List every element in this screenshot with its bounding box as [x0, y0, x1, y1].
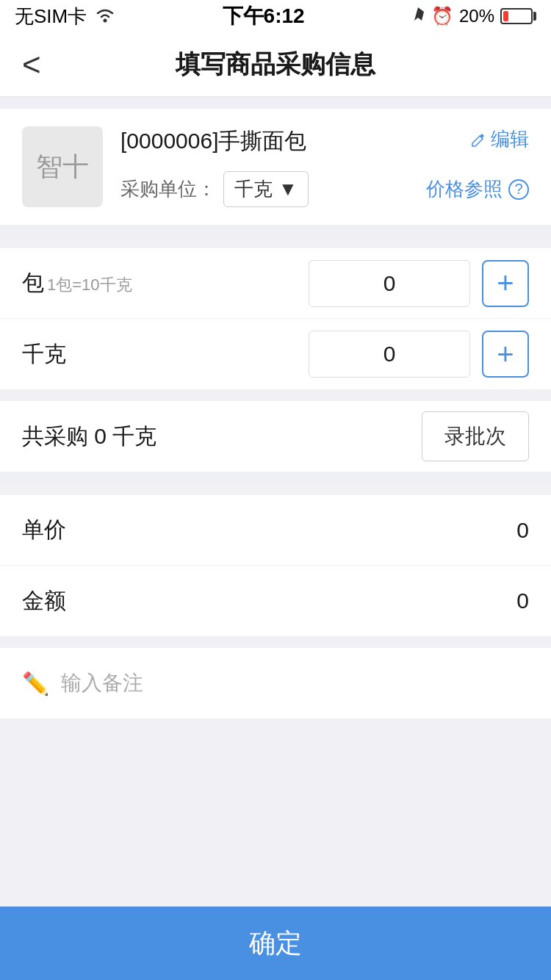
- edit-button[interactable]: 编辑: [470, 126, 529, 152]
- status-bar: 无SIM卡 下午6:12 ⏰ 20%: [0, 0, 551, 32]
- edit-label: 编辑: [491, 126, 529, 152]
- page-title: 填写商品采购信息: [176, 48, 375, 82]
- confirm-button[interactable]: 确定: [0, 907, 551, 980]
- confirm-label: 确定: [249, 926, 302, 962]
- unit-price-row: 单价 0: [0, 495, 551, 566]
- wifi-icon: [94, 5, 116, 28]
- summary-row: 共采购 0 千克 录批次: [0, 401, 551, 472]
- product-image-placeholder: 智十: [36, 151, 89, 182]
- product-card: 智十 [0000006]手撕面包 编辑 采购单位： 千克 ▼: [0, 109, 551, 225]
- battery-percent: 20%: [459, 6, 494, 26]
- price-section: 单价 0 金额 0: [0, 495, 551, 636]
- kg-plus-button[interactable]: +: [482, 331, 529, 378]
- amount-label: 金额: [22, 586, 66, 616]
- kg-input-row: 千克 0 +: [0, 319, 551, 389]
- notes-placeholder: 输入备注: [61, 669, 143, 697]
- status-right: ⏰ 20%: [411, 6, 536, 26]
- dropdown-arrow-icon: ▼: [278, 178, 298, 201]
- unit-label: 采购单位：: [120, 176, 216, 202]
- edit-icon: [470, 131, 486, 148]
- amount-row: 金额 0: [0, 566, 551, 636]
- package-input-row: 包1包=10千克 0 +: [0, 248, 551, 319]
- price-ref-label: 价格参照: [426, 176, 503, 202]
- unit-select[interactable]: 千克 ▼: [223, 171, 309, 207]
- unit-value: 千克: [234, 176, 273, 202]
- top-divider: [0, 97, 551, 109]
- product-image: 智十: [22, 126, 103, 207]
- status-time: 下午6:12: [223, 2, 305, 30]
- alarm-icon: ⏰: [431, 6, 453, 26]
- quantity-input-section: 包1包=10千克 0 + 千克 0 +: [0, 248, 551, 389]
- price-reference-button[interactable]: 价格参照 ?: [426, 176, 529, 202]
- pencil-icon: ✏️: [22, 671, 49, 696]
- notes-section[interactable]: ✏️ 输入备注: [0, 648, 551, 718]
- package-sublabel: 1包=10千克: [47, 275, 132, 294]
- carrier-text: 无SIM卡: [15, 4, 87, 29]
- batch-button[interactable]: 录批次: [422, 411, 529, 461]
- package-input-wrapper: 0 +: [147, 260, 529, 307]
- location-icon: [411, 6, 425, 26]
- total-quantity-text: 共采购 0 千克: [22, 422, 156, 452]
- svg-point-0: [104, 18, 107, 22]
- amount-value: 0: [516, 588, 529, 613]
- unit-row: 采购单位： 千克 ▼ 价格参照 ?: [120, 171, 529, 207]
- bottom-spacer: [0, 718, 551, 924]
- mid-divider-1: [0, 225, 551, 237]
- product-info: [0000006]手撕面包 编辑 采购单位： 千克 ▼: [120, 126, 529, 207]
- kg-input[interactable]: 0: [309, 331, 470, 378]
- battery-icon: [500, 8, 536, 24]
- package-label: 包1包=10千克: [22, 268, 132, 298]
- unit-price-label: 单价: [22, 515, 66, 545]
- unit-price-value: 0: [516, 518, 529, 543]
- kg-label: 千克: [22, 339, 81, 370]
- nav-bar: < 填写商品采购信息: [0, 32, 551, 97]
- package-plus-button[interactable]: +: [482, 260, 529, 307]
- mid-divider-2: [0, 472, 551, 483]
- product-name-row: [0000006]手撕面包 编辑: [120, 126, 529, 156]
- status-left: 无SIM卡: [15, 4, 116, 29]
- package-input[interactable]: 0: [309, 260, 470, 307]
- help-icon: ?: [508, 179, 529, 200]
- kg-input-wrapper: 0 +: [96, 331, 529, 378]
- back-button[interactable]: <: [22, 48, 41, 81]
- product-name: [0000006]手撕面包: [120, 126, 470, 156]
- summary-section: 共采购 0 千克 录批次: [0, 401, 551, 472]
